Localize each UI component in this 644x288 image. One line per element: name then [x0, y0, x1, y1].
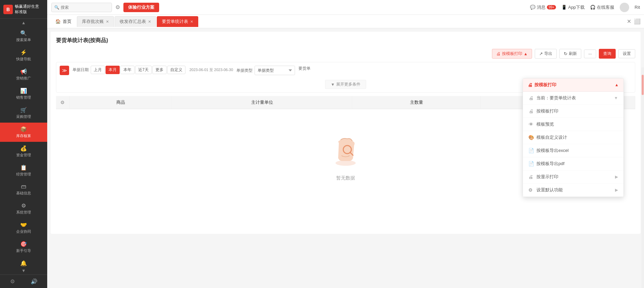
dropdown-template-design[interactable]: 🎨 模板自定义设计: [523, 131, 623, 144]
message-btn[interactable]: 💬 消息 99+: [530, 4, 556, 10]
message-icon: 💬: [530, 5, 535, 10]
date-range-display: 2023-06-01 至 2023-06-30: [189, 67, 233, 72]
sidebar-item-shortcut[interactable]: ⚡ 快捷导航: [0, 46, 47, 65]
sidebar-item-system[interactable]: ⚙ 系统管理: [0, 199, 47, 218]
empty-text: 暂无数据: [336, 175, 355, 181]
refresh-icon: ↻: [564, 51, 567, 56]
dropdown-display-print[interactable]: 🖨 按显示打印 ▶: [523, 170, 623, 184]
right-scrollbar[interactable]: [641, 67, 644, 288]
refresh-button[interactable]: ↻ 刷新: [559, 49, 581, 59]
sidebar-bottom: ⚙ 🔊: [0, 275, 47, 288]
table-settings-icon[interactable]: ⚙: [60, 100, 65, 105]
date-btn-more[interactable]: 更多: [152, 66, 167, 74]
tab-batch-account-close[interactable]: ✕: [106, 20, 109, 24]
logo-text-block: 畅赢通好生意 标准版: [15, 4, 39, 14]
date-btn-custom[interactable]: 自定义: [167, 66, 185, 74]
current-icon: 🖨: [528, 95, 534, 101]
export-icon: ↗: [539, 51, 543, 56]
print-template-button[interactable]: 🖨 按模板打印 ▲: [492, 49, 532, 59]
tab-receive-summary[interactable]: 收发存汇总表 ✕: [115, 16, 156, 27]
sidebar-item-collab[interactable]: 🤝 企业协同: [0, 218, 47, 237]
speaker-icon[interactable]: 🔊: [31, 278, 37, 285]
dropdown-export-excel[interactable]: 📄 按模板导出excel: [523, 144, 623, 157]
sales-icon: 📊: [20, 88, 27, 94]
sidebar-item-operation[interactable]: 📋 经营管理: [0, 161, 47, 180]
sidebar-scroll-up[interactable]: ▲: [0, 19, 47, 27]
date-btn-this-month[interactable]: 本月: [106, 66, 120, 74]
collab-icon: 🤝: [20, 222, 27, 228]
dropdown-current-item[interactable]: 🖨 当前：要货单统计表 ▼: [523, 92, 623, 105]
template-print-label: 按模板打印: [536, 108, 558, 114]
sidebar-item-inventory[interactable]: 📦 库存核算: [0, 123, 47, 142]
sidebar-item-basic[interactable]: 🗃 基础信息: [0, 180, 47, 199]
sidebar-scroll-down[interactable]: ▼: [0, 267, 47, 275]
settings-button[interactable]: 设置: [618, 49, 635, 58]
th-goods: 商品: [69, 96, 172, 109]
order-type-select[interactable]: 单据类型: [255, 66, 295, 75]
tab-receive-summary-close[interactable]: ✕: [148, 20, 151, 24]
tab-order-stats-close[interactable]: ✕: [190, 20, 193, 24]
sales-label: 销售管理: [16, 95, 31, 100]
app-download-label: App下载: [568, 4, 585, 10]
avatar[interactable]: [620, 3, 629, 12]
sidebar-nav: 🔍 搜索菜单 ⚡ 快捷导航 📢 营销推广 📊 销售管理 🛒 采购管理 📦 库存核…: [0, 27, 47, 267]
print-dropdown-arrow[interactable]: ▲: [524, 52, 528, 56]
tab-close-all-btn[interactable]: ✕: [627, 18, 631, 25]
query-button[interactable]: 查询: [599, 49, 616, 59]
tab-order-stats[interactable]: 要货单统计表 ✕: [157, 16, 198, 27]
online-service-btn[interactable]: 🎧 在线客服: [590, 4, 614, 10]
sidebar-item-finance[interactable]: 💰 资金管理: [0, 142, 47, 161]
more-button[interactable]: ···: [584, 50, 596, 58]
download-icon: 📱: [561, 5, 567, 10]
sidebar-item-sales[interactable]: 📊 销售管理: [0, 84, 47, 103]
search-input[interactable]: [61, 5, 101, 10]
tabs-bar-right: ✕ ⬜: [627, 18, 641, 25]
inventory-icon: 📦: [20, 126, 27, 132]
th-settings[interactable]: ⚙: [56, 96, 69, 109]
dropdown-default-func[interactable]: ⚙ 设置默认功能 ▶: [523, 184, 623, 197]
sidebar-logo: B 畅赢通好生意 标准版: [0, 0, 47, 19]
search-box[interactable]: 🔍: [51, 3, 112, 12]
tab-maximize-btn[interactable]: ⬜: [634, 18, 641, 25]
collab-label: 企业协同: [16, 229, 31, 234]
trial-button[interactable]: 体验行业方案: [123, 3, 159, 12]
settings-icon[interactable]: ⚙: [10, 278, 15, 285]
tab-batch-account[interactable]: 库存批次账 ✕: [77, 16, 114, 27]
sidebar-item-marketing[interactable]: 📢 营销推广: [0, 65, 47, 84]
printer-icon: 🖨: [496, 51, 501, 56]
date-btn-this-year[interactable]: 本年: [120, 66, 135, 74]
system-label: 系统管理: [16, 210, 31, 215]
basic-icon: 🗃: [21, 184, 26, 190]
dropdown-template-print[interactable]: 🖨 按模板打印: [523, 105, 623, 118]
dropdown-template-preview[interactable]: 👁 模板预览: [523, 118, 623, 131]
tab-home-label: 首页: [63, 19, 71, 25]
date-buttons: 上月 本月 本年 近7天 更多 自定义: [91, 66, 185, 74]
tab-batch-account-label: 库存批次账: [82, 19, 104, 25]
app-download-btn[interactable]: 📱 App下载: [561, 4, 585, 10]
tabs-bar: 🏠 首页 库存批次账 ✕ 收发存汇总表 ✕ 要货单统计表 ✕ ✕ ⬜: [47, 15, 644, 28]
empty-icon: [329, 136, 362, 170]
settings-gear-icon[interactable]: ⚙: [115, 4, 120, 10]
dropdown-title-area: 🖨 按模板打印: [528, 82, 556, 88]
default-func-label: 设置默认功能: [536, 187, 563, 193]
order-type-label: 单据类型: [236, 68, 253, 73]
sidebar-item-guide[interactable]: 🎯 新手引导: [0, 237, 47, 257]
dropdown-header: 🖨 按模板打印 ▲: [523, 78, 623, 92]
dropdown-collapse-arrow[interactable]: ▲: [615, 83, 619, 87]
sidebar-item-search[interactable]: 🔍 搜索菜单: [0, 27, 47, 46]
sidebar-item-purchase[interactable]: 🛒 采购管理: [0, 103, 47, 123]
order-type-filter-group: 单据类型 单据类型: [236, 66, 295, 75]
date-btn-last-month[interactable]: 上月: [91, 66, 105, 74]
export-excel-icon: 📄: [528, 148, 534, 153]
tab-home[interactable]: 🏠 首页: [51, 16, 76, 27]
message-badge: 99+: [547, 5, 556, 9]
export-button[interactable]: ↗ 导出: [535, 49, 557, 59]
expand-more-button[interactable]: ▼ 展开更多条件: [325, 80, 366, 89]
message-label: 消息: [537, 4, 546, 10]
home-icon: 🏠: [55, 19, 61, 24]
filter-expand-icon[interactable]: ≫: [60, 66, 69, 75]
date-btn-7days[interactable]: 近7天: [135, 66, 152, 74]
sidebar-item-appstore[interactable]: 🔔 应用中心: [0, 257, 47, 267]
logo-sub: 标准版: [15, 9, 39, 15]
dropdown-export-pdf[interactable]: 📄 按模板导出pdf: [523, 157, 623, 170]
